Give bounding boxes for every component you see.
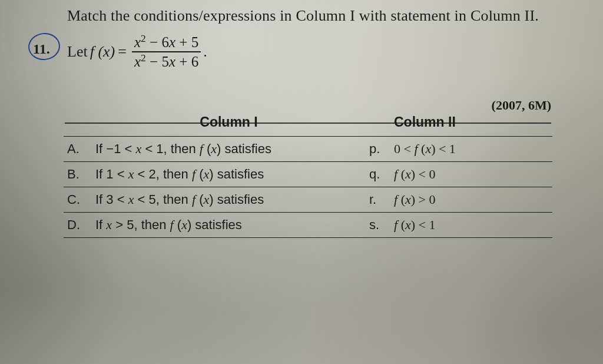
- question-number: 11.: [33, 33, 67, 57]
- fraction-numerator: x2 − 6x + 5: [132, 33, 201, 52]
- let-prefix: Let: [67, 44, 88, 61]
- row-label-right: q.: [366, 162, 390, 187]
- column-i-cell: If 1 < x < 2, then f (x) satisfies: [92, 162, 366, 187]
- question-text: Let f (x) = x2 − 6x + 5 x2 − 5x + 6 .: [67, 33, 207, 71]
- question-row: 11. Let f (x) = x2 − 6x + 5 x2 − 5x + 6 …: [33, 33, 570, 71]
- column-i-cell: If 3 < x < 5, then f (x) satisfies: [92, 187, 366, 213]
- row-label-left: D.: [64, 213, 92, 238]
- table-row: C.If 3 < x < 5, then f (x) satisfiesr.f …: [64, 187, 552, 213]
- year-marks: (2007, 6M): [492, 98, 551, 113]
- row-label-left: C.: [64, 187, 92, 213]
- column-ii-cell: 0 < f (x) < 1: [390, 137, 552, 162]
- question-number-text: 11.: [33, 41, 50, 57]
- fraction: x2 − 6x + 5 x2 − 5x + 6: [132, 33, 201, 71]
- header-rule: [65, 123, 551, 124]
- sentence-period: .: [203, 44, 207, 61]
- row-label-left: A.: [64, 137, 92, 162]
- func-lhs: f (x): [90, 44, 115, 61]
- page: Match the conditions/expressions in Colu…: [0, 0, 603, 238]
- row-label-right: s.: [366, 213, 390, 238]
- column-i-cell: If x > 5, then f (x) satisfies: [92, 213, 366, 238]
- match-table: Column I Column II A.If −1 < x < 1, then…: [64, 110, 552, 238]
- fraction-denominator: x2 − 5x + 6: [132, 52, 201, 71]
- table-body: A.If −1 < x < 1, then f (x) satisfiesp.0…: [64, 137, 552, 238]
- table-row: D.If x > 5, then f (x) satisfiess.f (x) …: [64, 213, 552, 238]
- row-label-right: r.: [366, 187, 390, 213]
- column-ii-cell: f (x) > 0: [390, 187, 552, 213]
- column-ii-cell: f (x) < 0: [390, 162, 552, 187]
- row-label-left: B.: [64, 162, 92, 187]
- row-label-right: p.: [366, 137, 390, 162]
- table-row: B.If 1 < x < 2, then f (x) satisfiesq.f …: [64, 162, 552, 187]
- equals-sign: =: [116, 44, 128, 61]
- table-row: A.If −1 < x < 1, then f (x) satisfiesp.0…: [64, 137, 552, 162]
- column-i-cell: If −1 < x < 1, then f (x) satisfies: [92, 137, 366, 162]
- column-ii-cell: f (x) < 1: [390, 213, 552, 238]
- instruction-text: Match the conditions/expressions in Colu…: [67, 5, 550, 27]
